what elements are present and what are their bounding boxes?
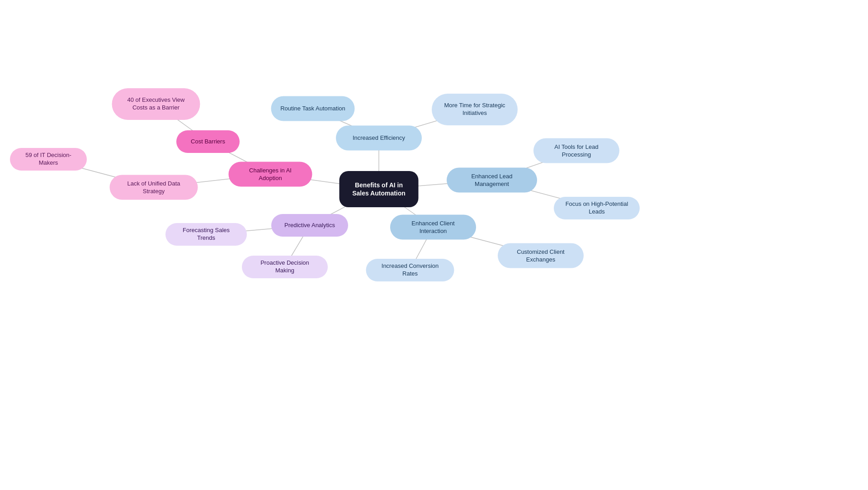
routine-task-automation-node: Routine Task Automation [271,96,355,121]
executives-view-costs-node: 40 of Executives View Costs as a Barrier [112,88,200,120]
it-decision-makers-node: 59 of IT Decision-Makers [10,148,87,171]
lack-unified-data-node: Lack of Unified Data Strategy [110,175,198,200]
forecasting-sales-trends-node: Forecasting Sales Trends [165,223,247,246]
challenges-ai-adoption-node: Challenges in AI Adoption [229,162,312,187]
mind-map: Benefits of AI in Sales AutomationIncrea… [0,0,868,490]
customized-client-exchanges-node: Customized Client Exchanges [498,243,584,268]
cost-barriers-node: Cost Barriers [176,130,240,153]
proactive-decision-making-node: Proactive Decision Making [242,256,328,278]
focus-high-potential-leads-node: Focus on High-Potential Leads [554,197,640,219]
more-time-strategic-node: More Time for Strategic Initiatives [432,94,518,125]
enhanced-lead-management-node: Enhanced Lead Management [447,168,537,193]
connections-svg [0,0,868,490]
enhanced-client-interaction-node: Enhanced Client Interaction [390,215,476,240]
increased-conversion-rates-node: Increased Conversion Rates [366,259,454,281]
increased-efficiency-node: Increased Efficiency [336,126,422,151]
ai-tools-lead-processing-node: AI Tools for Lead Processing [533,138,619,163]
center-node: Benefits of AI in Sales Automation [340,171,419,207]
predictive-analytics-node: Predictive Analytics [271,214,348,237]
